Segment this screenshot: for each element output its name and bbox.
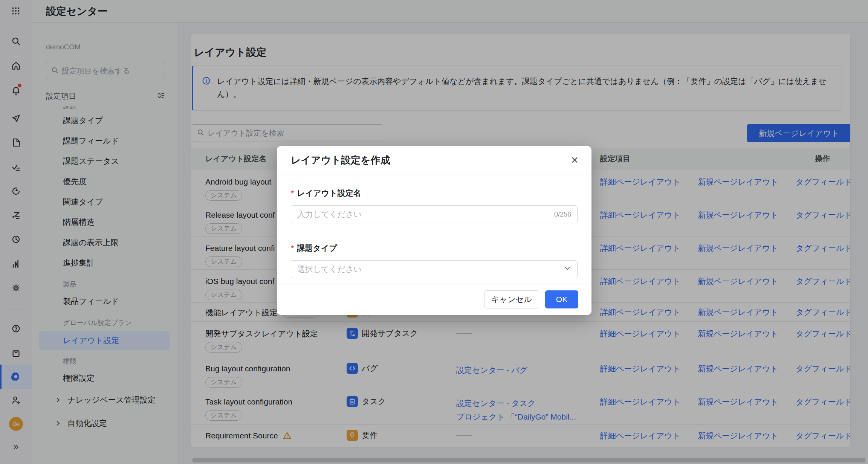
modal-header: レイアウト設定を作成 ✕	[277, 146, 591, 174]
cancel-button[interactable]: キャンセル	[484, 290, 539, 308]
required-asterisk: *	[291, 244, 294, 253]
close-icon[interactable]: ✕	[571, 156, 579, 165]
chevron-down-icon	[564, 265, 571, 274]
modal-footer: キャンセル OK	[277, 284, 591, 315]
issue-type-label: * 課題タイプ	[291, 243, 578, 253]
layout-name-label: * レイアウト設定名	[291, 188, 578, 198]
issue-type-select[interactable]: 選択してください	[291, 260, 578, 278]
create-layout-modal: レイアウト設定を作成 ✕ * レイアウト設定名 入力してください 0/256 *…	[277, 146, 591, 315]
required-asterisk: *	[291, 189, 294, 198]
modal-title: レイアウト設定を作成	[291, 154, 390, 167]
ok-button[interactable]: OK	[545, 290, 578, 308]
char-counter: 0/256	[554, 211, 571, 218]
app-root: de 設定センター demoCOM 設定項目を検索する 設定項目	[0, 0, 868, 464]
layout-name-placeholder: 入力してください	[297, 209, 362, 220]
modal-body: * レイアウト設定名 入力してください 0/256 * 課題タイプ 選択してくだ…	[277, 188, 591, 278]
issue-type-placeholder: 選択してください	[297, 264, 362, 275]
layout-name-input[interactable]: 入力してください 0/256	[291, 205, 578, 223]
